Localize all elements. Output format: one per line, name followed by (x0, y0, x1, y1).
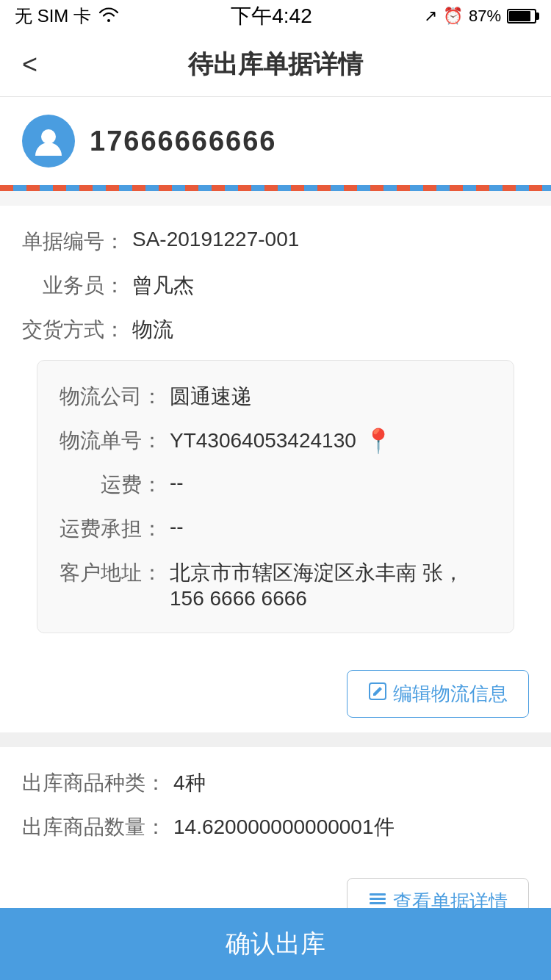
delivery-label: 交货方式： (22, 316, 125, 344)
status-time: 下午4:42 (231, 2, 312, 30)
back-button[interactable]: < (22, 49, 37, 80)
goods-type-label: 出库商品种类： (22, 769, 166, 797)
svg-rect-4 (370, 902, 386, 904)
svg-rect-2 (370, 893, 386, 896)
edit-btn-row: 编辑物流信息 (0, 655, 551, 732)
doc-no-value: SA-20191227-001 (132, 228, 529, 251)
edit-logistics-button[interactable]: 编辑物流信息 (347, 670, 529, 718)
alarm-icon: ⏰ (443, 7, 463, 26)
battery-percentage: 87% (469, 7, 501, 26)
edit-logistics-label: 编辑物流信息 (393, 681, 508, 707)
freight-row: 运费： -- (60, 471, 491, 499)
logistics-tracking-label: 物流单号： (60, 427, 162, 455)
edit-icon (368, 682, 387, 706)
salesman-label: 业务员： (22, 272, 125, 300)
freight-bearer-label: 运费承担： (60, 515, 162, 543)
status-right: ↗ ⏰ 87% (424, 7, 536, 26)
address-label: 客户地址： (60, 559, 162, 587)
map-pin-icon[interactable]: 📍 (364, 427, 393, 455)
confirm-button[interactable]: 确认出库 (226, 927, 325, 961)
wifi-icon (98, 6, 119, 26)
location-status-icon: ↗ (424, 7, 437, 26)
confirm-btn-wrap: 确认出库 (0, 908, 551, 980)
freight-value: -- (170, 471, 491, 494)
goods-quantity-value: 14.620000000000001件 (173, 813, 395, 841)
status-bar: 无 SIM 卡 下午4:42 ↗ ⏰ 87% (0, 0, 551, 32)
doc-no-label: 单据编号： (22, 228, 125, 256)
basic-info-section: 单据编号： SA-20191227-001 业务员： 曾凡杰 交货方式： 物流 … (0, 206, 551, 655)
salesman-row: 业务员： 曾凡杰 (22, 272, 529, 300)
customer-phone: 17666666666 (90, 126, 276, 157)
svg-point-0 (41, 129, 56, 144)
goods-section: 出库商品种类： 4种 出库商品数量： 14.620000000000001件 (0, 747, 551, 863)
delivery-row: 交货方式： 物流 (22, 316, 529, 344)
customer-section: 17666666666 (0, 97, 551, 185)
nav-bar: < 待出库单据详情 (0, 32, 551, 97)
battery-icon (507, 9, 536, 24)
logistics-tracking-row: 物流单号： YT43064053424130 📍 (60, 427, 491, 455)
freight-bearer-row: 运费承担： -- (60, 515, 491, 543)
logistics-company-label: 物流公司： (60, 383, 162, 411)
logistics-card: 物流公司： 圆通速递 物流单号： YT43064053424130 📍 运费： … (37, 360, 514, 633)
svg-rect-3 (370, 898, 386, 900)
status-left: 无 SIM 卡 (15, 4, 119, 28)
logistics-company-value: 圆通速递 (170, 383, 491, 411)
logistics-company-row: 物流公司： 圆通速递 (60, 383, 491, 411)
address-row: 客户地址： 北京市市辖区海淀区永丰南 张，156 6666 6666 (60, 559, 491, 610)
address-value: 北京市市辖区海淀区永丰南 张，156 6666 6666 (170, 559, 491, 610)
freight-bearer-value: -- (170, 515, 491, 538)
delivery-value: 物流 (132, 316, 529, 344)
dashed-divider (0, 185, 551, 191)
goods-quantity-row: 出库商品数量： 14.620000000000001件 (22, 813, 529, 841)
freight-label: 运费： (60, 471, 162, 499)
page-title: 待出库单据详情 (188, 48, 363, 82)
logistics-tracking-value: YT43064053424130 📍 (170, 427, 491, 455)
goods-quantity-label: 出库商品数量： (22, 813, 166, 841)
avatar (22, 115, 75, 167)
salesman-value: 曾凡杰 (132, 272, 529, 300)
carrier-label: 无 SIM 卡 (15, 4, 91, 28)
section-divider (0, 732, 551, 747)
goods-type-row: 出库商品种类： 4种 (22, 769, 529, 797)
goods-type-value: 4种 (173, 769, 206, 797)
doc-no-row: 单据编号： SA-20191227-001 (22, 228, 529, 256)
